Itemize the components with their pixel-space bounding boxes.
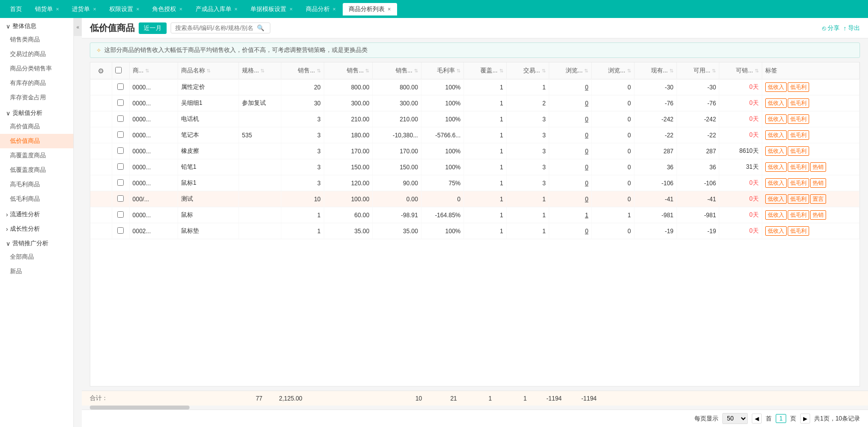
sidebar-item-sales-goods[interactable]: 销售类商品 <box>0 32 73 47</box>
sidebar-item-high-value[interactable]: 高价值商品 <box>0 119 73 134</box>
table-footer: 合计： 77 2,125.00 10 21 1 1 -1194 -1194 <box>82 391 868 406</box>
tag-badge: 低收入 <box>765 162 787 172</box>
browse-link[interactable]: 0 <box>585 196 589 203</box>
nav-home[interactable]: 首页 <box>4 3 28 15</box>
nav-sales[interactable]: 销货单× <box>29 3 65 15</box>
row-checkbox[interactable] <box>117 115 124 122</box>
browse-link[interactable]: 0 <box>585 180 589 187</box>
sidebar-group-growth[interactable]: › 成长性分析 <box>0 221 73 235</box>
export-button[interactable]: ↑ 导出 <box>844 24 861 32</box>
th-sellable[interactable]: 可销... ⇅ <box>719 62 762 79</box>
nav-goods-list-close[interactable]: × <box>388 6 391 12</box>
nav-product-close[interactable]: × <box>234 6 237 12</box>
row-browse1: 0 <box>549 95 591 111</box>
th-avail[interactable]: 可用... ⇅ <box>677 62 719 79</box>
row-checkbox[interactable] <box>117 227 124 234</box>
sidebar-item-new-goods[interactable]: 新品 <box>0 264 73 279</box>
row-checkbox[interactable] <box>117 99 124 106</box>
th-sale-qty[interactable]: 销售... ⇅ <box>281 62 324 79</box>
nav-sales-close[interactable]: × <box>56 6 59 12</box>
browse-link[interactable]: 0 <box>585 84 589 91</box>
nav-goods-analysis[interactable]: 商品分析× <box>300 3 342 15</box>
row-checkbox[interactable] <box>117 131 124 138</box>
sidebar-item-low-profit[interactable]: 低毛利商品 <box>0 192 73 206</box>
row-trade: 3 <box>506 175 549 191</box>
browse-link[interactable]: 0 <box>585 116 589 123</box>
time-filter-button[interactable]: 近一月 <box>139 22 167 34</box>
sidebar: ∨ 整体信息 销售类商品 交易过的商品 商品分类销售率 有库存的商品 库存资金占… <box>0 18 74 427</box>
sidebar-collapse-btn[interactable]: « <box>74 18 82 36</box>
th-name[interactable]: 商品名称 ⇅ <box>178 62 239 79</box>
row-checkbox[interactable] <box>117 83 124 90</box>
data-table-wrapper[interactable]: ⚙ 商... ⇅ 商品名称 ⇅ 规格... ⇅ 销售... ⇅ 销售... ⇅ … <box>90 62 860 387</box>
row-checkbox[interactable] <box>117 211 124 218</box>
row-tags: 低收入低毛利热销 <box>762 159 859 175</box>
share-button[interactable]: ⎋ 分享 <box>822 24 840 32</box>
th-setting[interactable]: ⚙ <box>90 62 112 79</box>
th-cover[interactable]: 覆盖... ⇅ <box>464 62 506 79</box>
th-spec[interactable]: 规格... ⇅ <box>239 62 281 79</box>
footer-avail: -1194 <box>572 395 607 402</box>
browse-link[interactable]: 0 <box>585 148 589 155</box>
row-checkbox[interactable] <box>117 163 124 170</box>
th-browse1[interactable]: 浏览... ⇅ <box>549 62 591 79</box>
search-icon[interactable]: 🔍 <box>257 24 264 31</box>
nav-permissions[interactable]: 权限设置× <box>103 3 145 15</box>
select-all-checkbox[interactable] <box>115 67 122 73</box>
sidebar-item-all-goods[interactable]: 全部商品 <box>0 250 73 264</box>
browse-link[interactable]: 0 <box>585 228 589 235</box>
th-trade[interactable]: 交易... ⇅ <box>506 62 549 79</box>
nav-purchase-close[interactable]: × <box>93 6 96 12</box>
nav-template-close[interactable]: × <box>289 6 292 12</box>
nav-role-close[interactable]: × <box>179 6 182 12</box>
sidebar-group-circulation[interactable]: › 流通性分析 <box>0 206 73 221</box>
search-input[interactable] <box>175 24 255 31</box>
browse-link[interactable]: 0 <box>585 100 589 107</box>
sidebar-item-high-profit[interactable]: 高毛利商品 <box>0 177 73 192</box>
sidebar-item-high-cover[interactable]: 高覆盖度商品 <box>0 148 73 163</box>
sidebar-item-traded-goods[interactable]: 交易过的商品 <box>0 47 73 61</box>
sidebar-item-low-value[interactable]: 低价值商品 <box>0 134 73 148</box>
row-checkbox[interactable] <box>117 179 124 186</box>
nav-permissions-close[interactable]: × <box>136 6 139 12</box>
sidebar-group-contribution[interactable]: ∨ 贡献值分析 <box>0 105 73 119</box>
nav-role-auth[interactable]: 角色授权× <box>146 3 188 15</box>
row-name: 笔记本 <box>178 127 239 143</box>
sidebar-item-stock-goods[interactable]: 有库存的商品 <box>0 76 73 90</box>
scrollbar-thumb[interactable] <box>90 406 190 410</box>
th-sale-cost[interactable]: 销售... ⇅ <box>373 62 422 79</box>
horizontal-scrollbar[interactable] <box>90 406 860 410</box>
days-badge: 0天 <box>749 179 759 186</box>
sidebar-item-low-cover[interactable]: 低覆盖度商品 <box>0 163 73 177</box>
nav-template[interactable]: 单据模板设置× <box>244 3 298 15</box>
browse-link[interactable]: 0 <box>585 164 589 171</box>
nav-goods-close[interactable]: × <box>333 6 336 12</box>
row-sale-sub: 100% <box>421 159 463 175</box>
first-page-btn[interactable]: ◀ <box>752 414 762 424</box>
row-trade: 1 <box>506 191 549 207</box>
th-sale-amt[interactable]: 销售... ⇅ <box>324 62 373 79</box>
sidebar-group-marketing[interactable]: ∨ 营销推广分析 <box>0 235 73 250</box>
sort-icon-code: ⇅ <box>145 68 149 73</box>
page-size-select[interactable]: 50 100 <box>722 413 748 424</box>
nav-goods-list[interactable]: 商品分析列表× <box>343 3 397 15</box>
th-code[interactable]: 商... ⇅ <box>129 62 178 79</box>
sidebar-group-overall[interactable]: ∨ 整体信息 <box>0 18 73 32</box>
row-setting <box>90 95 112 111</box>
browse-link[interactable]: 0 <box>585 132 589 139</box>
nav-product-in[interactable]: 产成品入库单× <box>190 3 243 15</box>
days-badge: 8610天 <box>739 147 759 154</box>
sidebar-item-category-rate[interactable]: 商品分类销售率 <box>0 61 73 76</box>
th-stock[interactable]: 现有... ⇅ <box>634 62 676 79</box>
th-profit[interactable]: 毛利率 ⇅ <box>421 62 463 79</box>
th-browse2[interactable]: 浏览... ⇅ <box>592 62 634 79</box>
next-page-btn[interactable]: ▶ <box>800 414 810 424</box>
browse-link[interactable]: 1 <box>585 212 589 219</box>
row-checkbox[interactable] <box>117 195 124 202</box>
row-setting <box>90 79 112 95</box>
row-checkbox[interactable] <box>117 147 124 154</box>
sidebar-item-stock-capital[interactable]: 库存资金占用 <box>0 90 73 105</box>
row-sale-cost: -10,380... <box>373 127 422 143</box>
nav-purchase[interactable]: 进货单× <box>66 3 102 15</box>
tag-badge: 低收入 <box>765 98 787 108</box>
